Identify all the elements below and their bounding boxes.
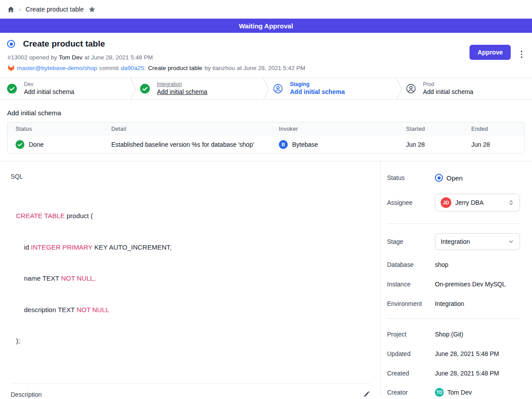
- invoker-avatar: B: [279, 140, 288, 149]
- column-header-ended: Ended: [463, 126, 524, 132]
- status-open-icon: [435, 174, 443, 182]
- sidebar-divider: [387, 318, 521, 319]
- gitlab-icon: [8, 65, 15, 71]
- stage-done-check-icon: [140, 84, 150, 94]
- bookmark-star-icon[interactable]: [88, 6, 96, 13]
- issue-sidebar: Status Open Assignee JD Jerry DBA Stage …: [380, 161, 532, 397]
- task-table-header: Status Detail Invoker Started Ended: [8, 122, 524, 136]
- issue-main-panel: SQL CREATE TABLE product ( id INTEGER PR…: [0, 161, 380, 397]
- issue-author: Tom Dev: [59, 54, 82, 61]
- database-value: shop: [435, 261, 448, 268]
- stage-env-label: Integration: [157, 81, 207, 88]
- vcs-commit-byline: by tianzhou at June 28, 2021 5:42 PM: [204, 65, 305, 71]
- invoker-name: Bytebase: [292, 141, 318, 148]
- stage-value: Integration: [441, 238, 504, 245]
- breadcrumb-chevron-icon: ›: [19, 6, 21, 13]
- stage-env-label: Prod: [423, 81, 473, 88]
- stage-done-check-icon: [7, 84, 17, 94]
- updated-label: Updated: [387, 350, 435, 357]
- instance-label: Instance: [387, 281, 435, 288]
- vcs-colon: :: [144, 65, 146, 71]
- environment-label: Environment: [387, 300, 435, 307]
- home-icon[interactable]: [7, 6, 15, 13]
- chevron-updown-icon: [508, 200, 514, 206]
- vcs-branch-repo-link[interactable]: master@bytebase-demo/shop: [17, 65, 97, 71]
- approve-button[interactable]: Approve: [469, 45, 511, 60]
- column-header-status: Status: [8, 126, 103, 132]
- table-row[interactable]: Done Established baseline version %s for…: [8, 136, 524, 153]
- environment-value: Integration: [435, 300, 464, 307]
- creator-value: Tom Dev: [447, 389, 472, 396]
- stage-separator: [130, 78, 136, 100]
- stage-dev[interactable]: Dev Add initial schema: [0, 78, 133, 99]
- stage-pending-person-icon: [273, 84, 283, 94]
- task-started-date: Jun 28: [398, 141, 463, 148]
- assignee-label: Assignee: [387, 199, 435, 206]
- sql-code-block: CREATE TABLE product ( id INTEGER PRIMAR…: [16, 190, 370, 367]
- stage-label: Stage: [387, 238, 435, 245]
- stage-select[interactable]: Integration: [435, 233, 520, 250]
- chevron-down-icon: [508, 239, 514, 245]
- stage-task-label: Add initial schema: [290, 88, 345, 96]
- stage-staging[interactable]: Staging Add initial schema: [266, 78, 399, 99]
- created-value: June 28, 2021 5:48 PM: [435, 370, 499, 377]
- page-title: Create product table: [23, 39, 105, 49]
- issue-id-text: #13002 opened by: [8, 54, 57, 61]
- task-section: Add initial schema Status Detail Invoker…: [0, 109, 532, 154]
- task-table: Status Detail Invoker Started Ended Done…: [7, 122, 525, 154]
- created-label: Created: [387, 370, 435, 377]
- issue-meta: #13002 opened by Tom Dev at June 28, 202…: [8, 54, 525, 61]
- stage-separator: [263, 78, 269, 100]
- approval-banner: Waiting Approval: [0, 19, 532, 33]
- stage-integration[interactable]: Integration Add initial schema: [133, 78, 266, 99]
- section-divider: [11, 383, 370, 383]
- column-header-detail: Detail: [103, 126, 271, 132]
- breadcrumb-current: Create product table: [26, 6, 84, 13]
- stage-prod[interactable]: Prod Add initial schema: [399, 78, 532, 99]
- stage-pending-person-icon: [406, 84, 416, 94]
- approval-banner-text: Waiting Approval: [239, 22, 293, 30]
- stage-separator: [396, 78, 402, 100]
- sql-section-label: SQL: [11, 173, 370, 180]
- task-section-title: Add initial schema: [7, 109, 525, 117]
- vcs-commit-word: commit: [99, 65, 119, 71]
- vcs-commit-message: Create product table: [148, 65, 202, 71]
- column-header-started: Started: [398, 126, 463, 132]
- assignee-select[interactable]: JD Jerry DBA: [435, 194, 520, 211]
- assignee-avatar: JD: [441, 197, 451, 208]
- project-value: Shop (Git): [435, 331, 463, 338]
- stage-task-label: Add initial schema: [24, 88, 74, 96]
- status-value: Open: [446, 174, 463, 182]
- issue-open-status-icon: [7, 40, 15, 48]
- creator-label: Creator: [387, 389, 435, 396]
- database-label: Database: [387, 261, 435, 268]
- task-done-check-icon: [16, 140, 24, 149]
- description-label: Description: [11, 391, 42, 398]
- issue-open-time: at June 28, 2021 5:48 PM: [84, 54, 153, 61]
- stage-env-label: Dev: [24, 81, 74, 88]
- vcs-commit-hash-link[interactable]: da90a25: [121, 65, 145, 71]
- project-label: Project: [387, 331, 435, 338]
- assignee-value: Jerry DBA: [455, 199, 504, 206]
- instance-value: On-premises Dev MySQL: [435, 281, 505, 288]
- stage-env-label: Staging: [290, 81, 345, 88]
- creator-avatar: TD: [435, 388, 444, 397]
- sidebar-divider: [387, 223, 521, 224]
- more-actions-kebab-icon[interactable]: [521, 51, 523, 58]
- breadcrumb: › Create product table: [0, 0, 532, 19]
- stage-task-label: Add initial schema: [423, 88, 473, 96]
- pipeline-stage-bar: Dev Add initial schema Integration Add i…: [0, 78, 532, 100]
- issue-header: Create product table #13002 opened by To…: [0, 33, 532, 78]
- task-detail-text: Established baseline version %s for data…: [103, 141, 271, 148]
- vcs-commit-line: master@bytebase-demo/shop commit da90a25…: [8, 65, 525, 71]
- task-status-text: Done: [29, 141, 43, 148]
- edit-pencil-icon[interactable]: [363, 391, 370, 398]
- updated-value: June 28, 2021 5:48 PM: [435, 350, 499, 357]
- status-label: Status: [387, 174, 435, 181]
- column-header-invoker: Invoker: [271, 126, 398, 132]
- stage-task-link[interactable]: Add initial schema: [157, 88, 207, 96]
- task-ended-date: Jun 28: [463, 141, 524, 148]
